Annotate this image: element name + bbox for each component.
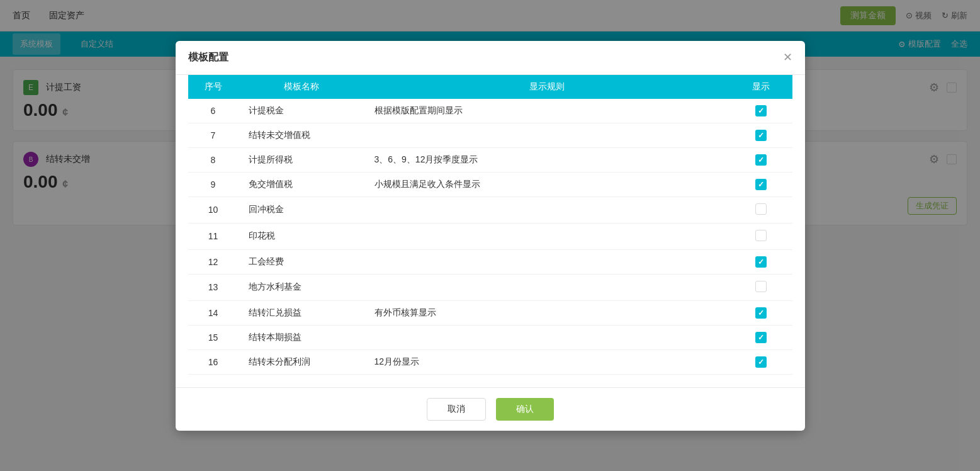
close-icon[interactable]: ✕ — [783, 52, 792, 63]
checkbox-12[interactable] — [755, 256, 767, 268]
cell-name: 回冲税金 — [239, 196, 364, 223]
template-config-dialog: 模板配置 ✕ 序号 模板名称 显示规则 显示 6计提税金根据模版配置期间显示7结… — [176, 41, 805, 431]
cell-rule: 小规模且满足收入条件显示 — [364, 172, 729, 196]
table-row: 11印花税 — [188, 223, 792, 249]
cell-rule — [364, 123, 729, 147]
col-header-name: 模板名称 — [239, 75, 364, 99]
cell-seq: 14 — [188, 300, 239, 325]
cell-seq: 11 — [188, 223, 239, 249]
cell-name: 结转本期损益 — [239, 325, 364, 349]
checkbox-10[interactable] — [755, 203, 767, 215]
checkbox-15[interactable] — [755, 332, 767, 343]
dialog-title: 模板配置 — [188, 51, 228, 64]
cell-name: 免交增值税 — [239, 172, 364, 196]
col-header-rule: 显示规则 — [364, 75, 729, 99]
cell-checkbox — [729, 147, 792, 172]
checkbox-13[interactable] — [755, 281, 767, 292]
modal-overlay: 模板配置 ✕ 序号 模板名称 显示规则 显示 6计提税金根据模版配置期间显示7结… — [0, 0, 980, 471]
cell-rule — [364, 249, 729, 274]
table-row: 10回冲税金 — [188, 196, 792, 223]
checkbox-6[interactable] — [755, 105, 767, 116]
cell-name: 计提税金 — [239, 99, 364, 123]
dialog-footer: 取消 确认 — [176, 387, 805, 431]
cell-checkbox — [729, 325, 792, 349]
cell-checkbox — [729, 99, 792, 123]
cell-seq: 13 — [188, 274, 239, 300]
table-row: 14结转汇兑损益有外币核算显示 — [188, 300, 792, 325]
checkbox-9[interactable] — [755, 179, 767, 190]
table-row: 13地方水利基金 — [188, 274, 792, 300]
cell-rule: 根据模版配置期间显示 — [364, 99, 729, 123]
table-row: 8计提所得税3、6、9、12月按季度显示 — [188, 147, 792, 172]
cell-seq: 9 — [188, 172, 239, 196]
cell-name: 印花税 — [239, 223, 364, 249]
dialog-body: 序号 模板名称 显示规则 显示 6计提税金根据模版配置期间显示7结转未交增值税8… — [176, 75, 805, 387]
cell-checkbox — [729, 349, 792, 374]
config-table: 序号 模板名称 显示规则 显示 6计提税金根据模版配置期间显示7结转未交增值税8… — [188, 75, 792, 375]
checkbox-16[interactable] — [755, 356, 767, 368]
cell-name: 地方水利基金 — [239, 274, 364, 300]
cell-seq: 15 — [188, 325, 239, 349]
table-row: 16结转未分配利润12月份显示 — [188, 349, 792, 374]
cell-checkbox — [729, 172, 792, 196]
checkbox-8[interactable] — [755, 154, 767, 166]
table-row: 15结转本期损益 — [188, 325, 792, 349]
cell-name: 计提所得税 — [239, 147, 364, 172]
cell-rule: 12月份显示 — [364, 349, 729, 374]
cell-rule — [364, 274, 729, 300]
table-row: 12工会经费 — [188, 249, 792, 274]
table-header-row: 序号 模板名称 显示规则 显示 — [188, 75, 792, 99]
cell-seq: 7 — [188, 123, 239, 147]
cell-seq: 8 — [188, 147, 239, 172]
table-row: 9免交增值税小规模且满足收入条件显示 — [188, 172, 792, 196]
cell-rule — [364, 196, 729, 223]
dialog-header: 模板配置 ✕ — [176, 41, 805, 75]
cell-name: 结转未分配利润 — [239, 349, 364, 374]
table-row: 6计提税金根据模版配置期间显示 — [188, 99, 792, 123]
cell-seq: 16 — [188, 349, 239, 374]
cell-seq: 10 — [188, 196, 239, 223]
confirm-button[interactable]: 确认 — [496, 398, 554, 421]
col-header-seq: 序号 — [188, 75, 239, 99]
col-header-display: 显示 — [729, 75, 792, 99]
checkbox-14[interactable] — [755, 307, 767, 319]
cell-checkbox — [729, 300, 792, 325]
cell-checkbox — [729, 223, 792, 249]
cell-checkbox — [729, 123, 792, 147]
cell-name: 结转汇兑损益 — [239, 300, 364, 325]
cell-checkbox — [729, 196, 792, 223]
cell-checkbox — [729, 249, 792, 274]
cell-seq: 6 — [188, 99, 239, 123]
table-row: 7结转未交增值税 — [188, 123, 792, 147]
checkbox-11[interactable] — [755, 230, 767, 241]
cell-rule: 3、6、9、12月按季度显示 — [364, 147, 729, 172]
cell-checkbox — [729, 274, 792, 300]
cell-rule — [364, 223, 729, 249]
cell-rule — [364, 325, 729, 349]
checkbox-7[interactable] — [755, 130, 767, 141]
cancel-button[interactable]: 取消 — [427, 398, 486, 421]
cell-seq: 12 — [188, 249, 239, 274]
cell-name: 结转未交增值税 — [239, 123, 364, 147]
cell-rule: 有外币核算显示 — [364, 300, 729, 325]
cell-name: 工会经费 — [239, 249, 364, 274]
